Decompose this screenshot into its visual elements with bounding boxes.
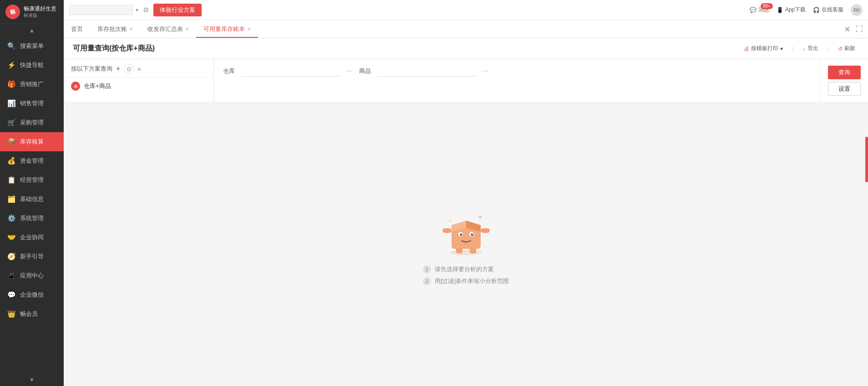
export-label: 导出 [807, 45, 818, 52]
content-area: 可用量查询(按仓库+商品) 🖨 按模板打印 ▾ | ↓ 导出 | ↺ 刷新 [64, 38, 868, 386]
sidebar-item-label: 系统管理 [20, 214, 44, 222]
product-input[interactable] [376, 66, 477, 77]
refresh-label: 刷新 [844, 45, 855, 52]
filter-scheme-item-warehouse-product[interactable]: ⊕ 仓库+商品 [64, 78, 213, 94]
user-name-text: Rit [853, 7, 859, 13]
svg-rect-6 [442, 228, 452, 233]
print-button[interactable]: 🖨 按模板打印 ▾ [740, 43, 787, 54]
warehouse-more-button[interactable]: ··· [346, 67, 352, 75]
filter-action-buttons: 查询 设置 [820, 59, 868, 102]
sidebar-item-label: 新手引导 [20, 252, 44, 261]
print-label: 按模板打印 [751, 45, 778, 52]
purchase-icon: 🛒 [7, 118, 15, 127]
sidebar-item-label: 营销推广 [20, 80, 44, 88]
filter-area: 按以下方案查询 + ⊙ « ⊕ 仓库+商品 仓库 [64, 59, 868, 103]
operation-icon: 📋 [7, 176, 15, 184]
tab-available-ledger[interactable]: 可用量库存账本× [196, 21, 258, 38]
wechat-icon: 💬 [7, 291, 15, 299]
tab-close-stock-summary[interactable]: × [186, 26, 189, 32]
tab-expand-button[interactable]: ⛶ [854, 23, 864, 35]
sidebar-item-label: 销售管理 [20, 99, 44, 108]
tip-text-1: 请先选择要分析的方案 [435, 265, 494, 273]
tab-home[interactable]: 首页 [64, 21, 90, 38]
sidebar-item-system[interactable]: ⚙️系统管理 [0, 209, 64, 228]
filter-header-label: 按以下方案查询 [71, 65, 112, 73]
filter-collapse-button[interactable]: « [137, 65, 141, 72]
sidebar-item-label: 经营管理 [20, 176, 44, 184]
export-button[interactable]: ↓ 导出 [799, 43, 822, 54]
empty-tip-2: 2 用[过滤]条件来缩小分析范围 [423, 277, 509, 285]
scroll-indicator [865, 137, 868, 182]
sidebar-item-label: 企业协同 [20, 233, 44, 242]
gear-button[interactable]: ⚙ [141, 4, 151, 16]
export-icon: ↓ [803, 46, 806, 52]
filter-add-scheme-button[interactable]: + [116, 65, 120, 72]
sidebar-item-wechat[interactable]: 💬企业微信 [0, 285, 64, 304]
sidebar-item-shortcut[interactable]: ⚡快捷导航 [0, 56, 64, 75]
page-header: 可用量查询(按仓库+商品) 🖨 按模板打印 ▾ | ↓ 导出 | ↺ 刷新 [64, 38, 868, 59]
user-avatar-image: Rit [851, 4, 863, 16]
sidebar: 畅 畅康通好生意 标准版 ▲ 🔍搜索菜单⚡快捷导航🎁营销推广📊销售管理🛒采购管理… [0, 0, 64, 386]
sidebar-item-finance[interactable]: 💰资金管理 [0, 151, 64, 170]
customer-service-button[interactable]: 🎧 在线客服 [813, 6, 843, 14]
newbie-icon: 🧭 [7, 252, 15, 261]
sidebar-item-inventory[interactable]: 📦库存核算 [0, 132, 64, 151]
refresh-icon: ↺ [838, 46, 843, 52]
sidebar-app-info: 畅康通好生意 标准版 [24, 5, 56, 19]
tab-stock-summary[interactable]: 收发存汇总表× [140, 21, 196, 38]
app-download-button[interactable]: 📱 App下载 [777, 6, 806, 14]
topbar: ▾ ⚙ 体验行业方案 💬 消息 99+ 📱 App下载 🎧 在线客服 Rit [64, 0, 868, 20]
sidebar-item-label: 企业微信 [20, 291, 44, 299]
sidebar-menu: 🔍搜索菜单⚡快捷导航🎁营销推广📊销售管理🛒采购管理📦库存核算💰资金管理📋经营管理… [0, 36, 64, 374]
sidebar-scroll-down[interactable]: ▼ [0, 374, 64, 386]
topbar-right: 💬 消息 99+ 📱 App下载 🎧 在线客服 Rit [750, 4, 863, 16]
scheme-icon: ⊕ [71, 82, 80, 91]
sales-icon: 📊 [7, 99, 15, 108]
tab-close-available-ledger[interactable]: × [248, 26, 251, 32]
action-sep-1: | [792, 45, 793, 52]
warehouse-filter-field: 仓库 ··· [223, 66, 352, 77]
industry-solution-button[interactable]: 体验行业方案 [153, 4, 202, 16]
filter-row: 仓库 ··· 商品 ··· [223, 66, 811, 77]
sidebar-item-enterprise[interactable]: 🤝企业协同 [0, 228, 64, 247]
message-badge: 99+ [761, 3, 773, 9]
sidebar-item-purchase[interactable]: 🛒采购管理 [0, 113, 64, 132]
user-avatar[interactable]: Rit [851, 4, 863, 16]
customer-service-label: 在线客服 [822, 6, 843, 14]
tab-close-batch-ledger[interactable]: × [130, 26, 133, 32]
tab-close-button[interactable]: ✕ [843, 23, 852, 35]
tab-batch-ledger[interactable]: 库存批次账× [90, 21, 140, 38]
sidebar-item-marketing[interactable]: 🎁营销推广 [0, 75, 64, 94]
warehouse-label: 仓库 [223, 67, 237, 75]
filter-inner: 按以下方案查询 + ⊙ « ⊕ 仓库+商品 仓库 [64, 59, 868, 102]
page-actions: 🖨 按模板打印 ▾ | ↓ 导出 | ↺ 刷新 [740, 43, 859, 54]
tip-num-1: 1 [423, 265, 431, 273]
refresh-button[interactable]: ↺ 刷新 [834, 43, 859, 54]
sidebar-item-label: 应用中心 [20, 272, 44, 280]
svg-text:✦: ✦ [448, 218, 452, 223]
breadcrumb-input[interactable] [69, 5, 133, 15]
breadcrumb-arrow-icon: ▾ [136, 7, 138, 13]
message-button[interactable]: 💬 消息 99+ [750, 6, 769, 14]
sidebar-scroll-up[interactable]: ▲ [0, 24, 64, 36]
sidebar-item-base[interactable]: 🗂️基础信息 [0, 190, 64, 209]
svg-rect-8 [456, 248, 462, 253]
warehouse-input[interactable] [240, 66, 340, 77]
sidebar-item-appstore[interactable]: 📱应用中心 [0, 266, 64, 285]
filter-setting-button[interactable]: ⊙ [124, 64, 134, 74]
settings-button[interactable]: 设置 [828, 82, 861, 96]
query-button[interactable]: 查询 [828, 66, 861, 79]
sidebar-item-member[interactable]: 👑畅会员 [0, 304, 64, 324]
main-content: ▾ ⚙ 体验行业方案 💬 消息 99+ 📱 App下载 🎧 在线客服 Rit [64, 0, 868, 386]
sidebar-item-search[interactable]: 🔍搜索菜单 [0, 36, 64, 56]
sidebar-app-name: 畅康通好生意 [24, 5, 56, 13]
tab-label-stock-summary: 收发存汇总表 [147, 25, 183, 33]
sidebar-item-operation[interactable]: 📋经营管理 [0, 170, 64, 190]
sidebar-item-newbie[interactable]: 🧭新手引导 [0, 247, 64, 266]
scheme-label: 仓库+商品 [84, 82, 111, 90]
member-icon: 👑 [7, 310, 15, 318]
product-more-button[interactable]: ··· [482, 67, 488, 75]
sidebar-item-sales[interactable]: 📊销售管理 [0, 94, 64, 113]
empty-tip-1: 1 请先选择要分析的方案 [423, 265, 509, 273]
tab-bar-controls: ✕ ⛶ [843, 23, 864, 35]
